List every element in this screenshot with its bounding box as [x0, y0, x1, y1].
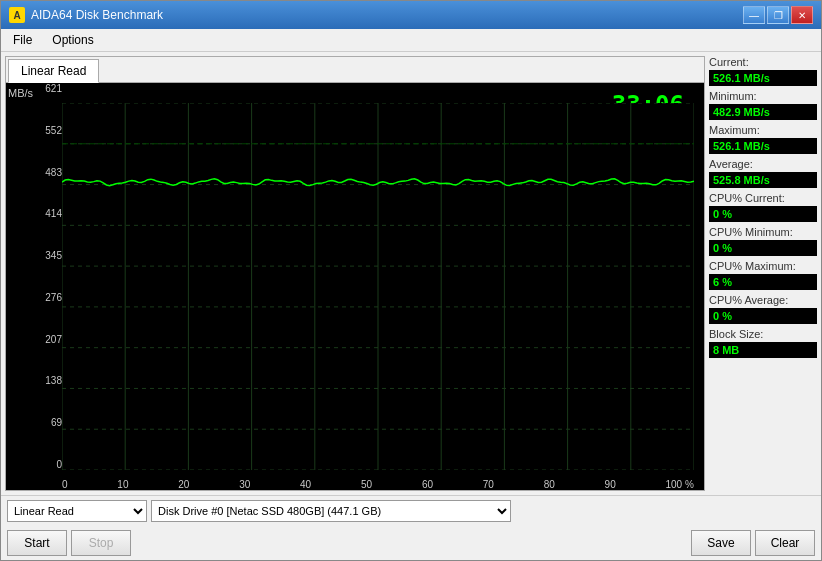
x-label-40: 40 [300, 479, 311, 490]
cpu-minimum-label: CPU% Minimum: [709, 226, 817, 238]
x-label-90: 90 [605, 479, 616, 490]
average-value: 525.8 MB/s [709, 172, 817, 188]
left-panel: Linear Read MB/s 33:06 0 69 138 207 276 … [5, 56, 705, 491]
y-axis-label: MB/s [8, 87, 33, 99]
test-type-select[interactable]: Linear Read [7, 500, 147, 522]
x-label-50: 50 [361, 479, 372, 490]
menu-bar: File Options [1, 29, 821, 52]
title-bar-left: A AIDA64 Disk Benchmark [9, 7, 163, 23]
y-label-69: 69 [34, 417, 62, 428]
menu-file[interactable]: File [5, 31, 40, 49]
average-label: Average: [709, 158, 817, 170]
current-label: Current: [709, 56, 817, 68]
maximum-label: Maximum: [709, 124, 817, 136]
x-label-70: 70 [483, 479, 494, 490]
title-buttons: — ❐ ✕ [743, 6, 813, 24]
clear-button[interactable]: Clear [755, 530, 815, 556]
title-bar: A AIDA64 Disk Benchmark — ❐ ✕ [1, 1, 821, 29]
y-label-621: 621 [34, 83, 62, 94]
main-window: A AIDA64 Disk Benchmark — ❐ ✕ File Optio… [0, 0, 822, 561]
button-row: Start Stop Save Clear [1, 526, 821, 560]
close-button[interactable]: ✕ [791, 6, 813, 24]
app-icon: A [9, 7, 25, 23]
x-label-10: 10 [117, 479, 128, 490]
cpu-maximum-value: 6 % [709, 274, 817, 290]
stat-cpu-maximum: CPU% Maximum: 6 % [709, 260, 817, 290]
x-label-80: 80 [544, 479, 555, 490]
restore-button[interactable]: ❐ [767, 6, 789, 24]
minimum-value: 482.9 MB/s [709, 104, 817, 120]
x-axis: 0 10 20 30 40 50 60 70 80 90 100 % [62, 479, 694, 490]
stat-cpu-current: CPU% Current: 0 % [709, 192, 817, 222]
stat-minimum: Minimum: 482.9 MB/s [709, 90, 817, 120]
x-label-100: 100 % [666, 479, 694, 490]
maximum-value: 526.1 MB/s [709, 138, 817, 154]
tab-bar: Linear Read [6, 57, 704, 83]
x-label-60: 60 [422, 479, 433, 490]
tab-linear-read[interactable]: Linear Read [8, 59, 99, 83]
cpu-maximum-label: CPU% Maximum: [709, 260, 817, 272]
y-label-276: 276 [34, 292, 62, 303]
minimize-button[interactable]: — [743, 6, 765, 24]
chart-canvas [62, 103, 694, 470]
right-panel: Current: 526.1 MB/s Minimum: 482.9 MB/s … [709, 56, 817, 491]
y-label-483: 483 [34, 167, 62, 178]
minimum-label: Minimum: [709, 90, 817, 102]
save-button[interactable]: Save [691, 530, 751, 556]
stat-block-size: Block Size: 8 MB [709, 328, 817, 358]
main-content: Linear Read MB/s 33:06 0 69 138 207 276 … [1, 52, 821, 495]
stop-button[interactable]: Stop [71, 530, 131, 556]
block-size-value: 8 MB [709, 342, 817, 358]
cpu-average-value: 0 % [709, 308, 817, 324]
x-label-20: 20 [178, 479, 189, 490]
drive-select[interactable]: Disk Drive #0 [Netac SSD 480GB] (447.1 G… [151, 500, 511, 522]
cpu-current-label: CPU% Current: [709, 192, 817, 204]
cpu-average-label: CPU% Average: [709, 294, 817, 306]
y-label-207: 207 [34, 334, 62, 345]
x-label-30: 30 [239, 479, 250, 490]
y-label-345: 345 [34, 250, 62, 261]
stat-cpu-average: CPU% Average: 0 % [709, 294, 817, 324]
chart-area: MB/s 33:06 0 69 138 207 276 345 414 483 … [6, 83, 704, 490]
current-value: 526.1 MB/s [709, 70, 817, 86]
y-label-414: 414 [34, 208, 62, 219]
menu-options[interactable]: Options [44, 31, 101, 49]
start-button[interactable]: Start [7, 530, 67, 556]
y-label-552: 552 [34, 125, 62, 136]
y-label-0: 0 [34, 459, 62, 470]
stat-cpu-minimum: CPU% Minimum: 0 % [709, 226, 817, 256]
y-label-138: 138 [34, 375, 62, 386]
cpu-current-value: 0 % [709, 206, 817, 222]
bottom-bar: Linear Read Disk Drive #0 [Netac SSD 480… [1, 495, 821, 526]
y-axis: 0 69 138 207 276 345 414 483 552 621 [34, 83, 62, 470]
stat-current: Current: 526.1 MB/s [709, 56, 817, 86]
cpu-minimum-value: 0 % [709, 240, 817, 256]
stat-average: Average: 525.8 MB/s [709, 158, 817, 188]
stat-maximum: Maximum: 526.1 MB/s [709, 124, 817, 154]
window-title: AIDA64 Disk Benchmark [31, 8, 163, 22]
x-label-0: 0 [62, 479, 68, 490]
block-size-label: Block Size: [709, 328, 817, 340]
